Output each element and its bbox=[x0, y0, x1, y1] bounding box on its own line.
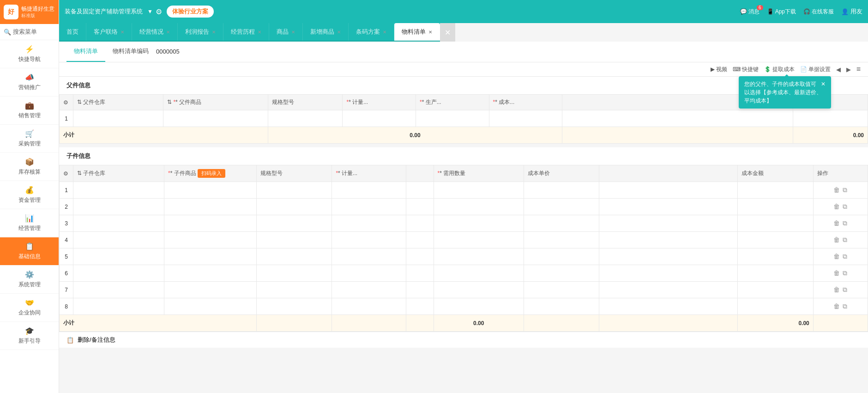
menu-icon[interactable]: ≡ bbox=[856, 65, 861, 73]
child-row-7-qty[interactable] bbox=[434, 282, 524, 298]
child-row-5-spec[interactable] bbox=[256, 248, 332, 265]
child-row-7-delete-icon[interactable]: 🗑 bbox=[833, 286, 840, 294]
child-row-7-goods[interactable] bbox=[164, 282, 256, 298]
nav-close-all-button[interactable]: ✕ bbox=[440, 23, 455, 42]
sidebar-item-collab[interactable]: 🤝 企业协同 bbox=[0, 294, 59, 322]
child-row-2-spec[interactable] bbox=[256, 199, 332, 215]
tab-barcode-close[interactable]: ✕ bbox=[383, 30, 386, 35]
child-row-3-delete-icon[interactable]: 🗑 bbox=[833, 219, 840, 227]
child-row-4-delete-icon[interactable]: 🗑 bbox=[833, 236, 840, 244]
parent-row-1-unit[interactable] bbox=[343, 110, 416, 127]
sub-tab-bom-list[interactable]: 物料清单 bbox=[66, 42, 105, 62]
settings-gear-icon[interactable]: ⚙ bbox=[156, 7, 162, 16]
child-row-4-spec[interactable] bbox=[256, 232, 332, 248]
child-row-6-copy-icon[interactable]: ⧉ bbox=[843, 269, 847, 277]
child-row-1-qty[interactable] bbox=[434, 182, 524, 199]
child-row-2-warehouse[interactable] bbox=[73, 199, 164, 215]
tab-profit-close[interactable]: ✕ bbox=[212, 30, 216, 35]
child-row-1-warehouse[interactable] bbox=[73, 182, 164, 199]
sidebar-item-inventory[interactable]: 📦 库存核算 bbox=[0, 153, 59, 181]
sidebar-item-guide[interactable]: 🎓 新手引导 bbox=[0, 322, 59, 350]
child-row-4-warehouse[interactable] bbox=[73, 232, 164, 248]
child-row-1-unit[interactable] bbox=[332, 182, 406, 199]
child-row-7-spec[interactable] bbox=[256, 282, 332, 298]
parent-row-1-produce[interactable] bbox=[416, 110, 489, 127]
sub-tab-bom-code[interactable]: 物料清单编码 0000005 bbox=[105, 42, 187, 62]
parent-row-1-goods[interactable] bbox=[163, 110, 268, 127]
tab-barcode[interactable]: 条码方案 ✕ bbox=[349, 23, 394, 41]
search-menu[interactable]: 🔍 搜索菜单 bbox=[0, 24, 59, 40]
tab-new-goods[interactable]: 新增商品 ✕ bbox=[303, 23, 349, 41]
child-row-4-unit-cost[interactable] bbox=[524, 232, 599, 248]
nav-prev-button[interactable]: ◀ bbox=[836, 66, 841, 73]
child-row-1-goods[interactable] bbox=[164, 182, 256, 199]
parent-row-1-warehouse[interactable] bbox=[73, 110, 163, 127]
child-row-4-unit[interactable] bbox=[332, 232, 406, 248]
tab-home[interactable]: 首页 bbox=[59, 23, 86, 41]
child-row-5-goods[interactable] bbox=[164, 248, 256, 265]
tab-goods[interactable]: 商品 ✕ bbox=[269, 23, 303, 41]
tab-history-close[interactable]: ✕ bbox=[258, 30, 261, 35]
user-menu[interactable]: 👤 用友 bbox=[841, 7, 862, 16]
child-row-8-warehouse[interactable] bbox=[73, 298, 164, 315]
sidebar-item-basic-info[interactable]: 📋 基础信息 bbox=[0, 237, 59, 266]
tab-new-goods-close[interactable]: ✕ bbox=[337, 30, 341, 35]
child-row-3-unit[interactable] bbox=[332, 215, 406, 232]
tab-goods-close[interactable]: ✕ bbox=[291, 30, 295, 35]
tab-customer-close[interactable]: ✕ bbox=[121, 30, 124, 35]
child-row-6-qty[interactable] bbox=[434, 265, 524, 282]
sidebar-item-marketing[interactable]: 📣 营销推广 bbox=[0, 68, 59, 97]
child-row-5-copy-icon[interactable]: ⧉ bbox=[843, 253, 847, 260]
system-dropdown-arrow[interactable]: ▼ bbox=[147, 8, 153, 15]
tab-bom[interactable]: 物料清单 ✕ bbox=[394, 23, 440, 41]
sidebar-item-finance[interactable]: 💰 资金管理 bbox=[0, 181, 59, 209]
trial-button[interactable]: 体验行业方案 bbox=[167, 6, 214, 18]
child-row-6-spec[interactable] bbox=[256, 265, 332, 282]
child-row-2-qty[interactable] bbox=[434, 199, 524, 215]
child-row-8-delete-icon[interactable]: 🗑 bbox=[833, 302, 840, 310]
child-row-4-copy-icon[interactable]: ⧉ bbox=[843, 236, 847, 244]
child-row-8-spec[interactable] bbox=[256, 298, 332, 315]
shortcut-button[interactable]: ⌨ 快捷键 bbox=[733, 66, 759, 73]
child-row-2-unit-cost[interactable] bbox=[524, 199, 599, 215]
child-row-7-copy-icon[interactable]: ⧉ bbox=[843, 286, 847, 294]
child-row-3-warehouse[interactable] bbox=[73, 215, 164, 232]
tab-bom-close[interactable]: ✕ bbox=[428, 30, 432, 35]
child-row-5-warehouse[interactable] bbox=[73, 248, 164, 265]
sidebar-item-quick-nav[interactable]: ⚡ 快捷导航 bbox=[0, 40, 59, 68]
child-row-8-copy-icon[interactable]: ⧉ bbox=[843, 302, 847, 310]
child-row-5-qty[interactable] bbox=[434, 248, 524, 265]
child-row-6-unit[interactable] bbox=[332, 265, 406, 282]
scan-button[interactable]: 扫码录入 bbox=[198, 169, 225, 178]
app-download-action[interactable]: 📱 App下载 bbox=[767, 8, 796, 16]
sidebar-item-system[interactable]: ⚙️ 系统管理 bbox=[0, 266, 59, 294]
child-row-3-copy-icon[interactable]: ⧉ bbox=[843, 219, 847, 227]
child-row-5-delete-icon[interactable]: 🗑 bbox=[833, 253, 840, 260]
extract-cost-button[interactable]: 💲 提取成本 bbox=[764, 66, 795, 73]
child-row-3-unit-cost[interactable] bbox=[524, 215, 599, 232]
child-row-2-unit[interactable] bbox=[332, 199, 406, 215]
tab-profit[interactable]: 利润报告 ✕ bbox=[178, 23, 223, 41]
single-setting-button[interactable]: 📄 单据设置 bbox=[800, 66, 831, 73]
tooltip-close-button[interactable]: ✕ bbox=[821, 80, 826, 88]
child-row-6-unit-cost[interactable] bbox=[524, 265, 599, 282]
message-action[interactable]: 💬 消息 6 bbox=[740, 8, 760, 16]
child-row-6-warehouse[interactable] bbox=[73, 265, 164, 282]
child-row-8-qty[interactable] bbox=[434, 298, 524, 315]
view-button[interactable]: ▶ 视频 bbox=[711, 66, 727, 73]
tab-business-close[interactable]: ✕ bbox=[166, 30, 170, 35]
sidebar-item-purchase[interactable]: 🛒 采购管理 bbox=[0, 125, 59, 153]
parent-row-1-spec[interactable] bbox=[268, 110, 343, 127]
child-col-settings[interactable]: ⚙ bbox=[60, 165, 73, 182]
child-row-4-qty[interactable] bbox=[434, 232, 524, 248]
child-row-2-goods[interactable] bbox=[164, 199, 256, 215]
child-row-7-unit[interactable] bbox=[332, 282, 406, 298]
child-row-1-spec[interactable] bbox=[256, 182, 332, 199]
child-row-3-goods[interactable] bbox=[164, 215, 256, 232]
child-row-2-delete-icon[interactable]: 🗑 bbox=[833, 203, 840, 211]
child-row-3-qty[interactable] bbox=[434, 215, 524, 232]
child-row-1-copy-icon[interactable]: ⧉ bbox=[843, 186, 847, 194]
tab-history[interactable]: 经营历程 ✕ bbox=[223, 23, 269, 41]
child-row-1-unit-cost[interactable] bbox=[524, 182, 599, 199]
tab-business[interactable]: 经营情况 ✕ bbox=[132, 23, 178, 41]
